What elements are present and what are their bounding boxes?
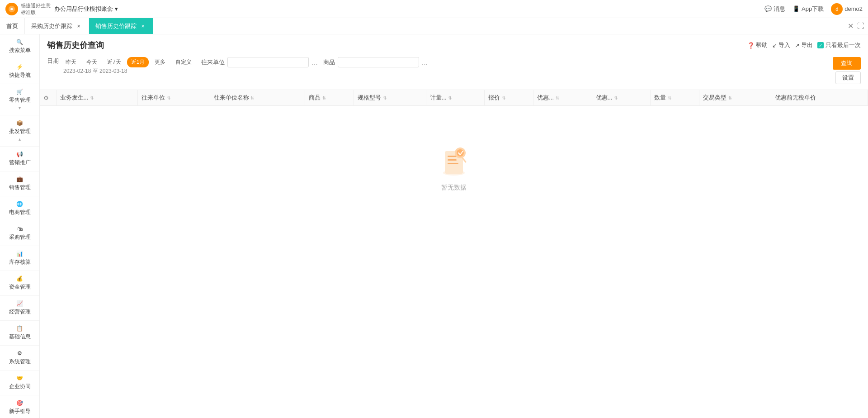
tab-sales-history[interactable]: 销售历史价跟踪 × [89, 18, 153, 34]
goods-input[interactable] [338, 57, 419, 67]
date-btn-today[interactable]: 今天 [82, 57, 101, 67]
date-btn-1month[interactable]: 近1月 [127, 57, 149, 67]
only-last-checkbox[interactable]: 只看最后一次 [817, 41, 861, 49]
sidebar-item-inventory[interactable]: 📊 库存核算 [0, 246, 39, 271]
sort-discount1-icon[interactable]: ⇅ [556, 95, 559, 100]
maximize-window-icon[interactable]: ⛶ [857, 22, 864, 30]
user-area[interactable]: d demo2 [831, 3, 863, 15]
date-btn-custom[interactable]: 自定义 [171, 57, 196, 67]
window-buttons: ✕ ⛶ [844, 18, 868, 34]
data-table-wrapper: ⚙ 业务发生... ⇅ 往来单位 ⇅ 往来单位名称 ⇅ [40, 90, 868, 418]
th-settings: ⚙ [40, 90, 56, 106]
sidebar-item-marketing[interactable]: 📢 营销推广 [0, 147, 39, 171]
sales-history-label: 销售历史价跟踪 [95, 22, 137, 30]
search-menu-icon: 🔍 [16, 39, 23, 45]
sidebar-item-basic-info[interactable]: 📋 基础信息 [0, 321, 39, 346]
marketing-icon: 📢 [16, 151, 23, 157]
sidebar-label-marketing: 营销推广 [9, 159, 31, 166]
app-selector[interactable]: 办公用品行业模拟账套 ▾ [54, 5, 118, 13]
sort-biz-date-icon[interactable]: ⇅ [90, 95, 94, 100]
date-btn-yesterday[interactable]: 昨天 [61, 57, 80, 67]
close-sales-tab-icon[interactable]: × [139, 23, 146, 30]
th-discount1: 优惠... ⇅ [533, 90, 592, 106]
svg-rect-5 [448, 163, 458, 164]
th-trade-type-label: 交易类型 [703, 94, 728, 101]
table-settings-gear-icon[interactable]: ⚙ [43, 95, 49, 101]
th-discount1-label: 优惠... [537, 94, 555, 101]
sort-trade-type-icon[interactable]: ⇅ [728, 95, 732, 100]
sidebar-item-finance-mgmt[interactable]: 💰 资金管理 [0, 271, 39, 296]
sidebar-item-ops-mgmt[interactable]: 📈 经营管理 [0, 296, 39, 321]
th-goods: 商品 ⇅ [305, 90, 354, 106]
retail-mgmt-icon: 🛒 [16, 89, 23, 95]
th-discount2: 优惠... ⇅ [592, 90, 650, 106]
header-actions: ❓ 帮助 ↙ 导入 ↗ 导出 只看最后一次 [747, 41, 861, 49]
quick-nav-icon: ⚡ [16, 64, 23, 70]
sidebar: 🔍 搜索菜单 ⚡ 快捷导航 🛒 零售管理 ▾ 📦 批发管理 ▴ 📢 营销推广 💼… [0, 34, 40, 418]
checkbox-checked-icon [817, 42, 824, 48]
sidebar-label-newcomer-guide: 新手引导 [9, 408, 31, 415]
filter-settings-button[interactable]: 设置 [835, 71, 861, 84]
sidebar-item-ecommerce-mgmt[interactable]: 🌐 电商管理 [0, 196, 39, 221]
sidebar-item-purchase-mgmt[interactable]: 🛍 采购管理 [0, 221, 39, 246]
partner-filter-label: 往来单位 [201, 58, 225, 66]
date-btn-more[interactable]: 更多 [151, 57, 170, 67]
sidebar-label-purchase-mgmt: 采购管理 [9, 233, 31, 241]
th-pretax-price-label: 优惠前无税单价 [775, 94, 816, 101]
partner-dots-btn[interactable]: ... [311, 58, 317, 66]
sort-partner-code-icon[interactable]: ⇅ [167, 95, 170, 100]
data-table: ⚙ 业务发生... ⇅ 往来单位 ⇅ 往来单位名称 ⇅ [40, 90, 868, 106]
ecommerce-mgmt-icon: 🌐 [16, 201, 23, 207]
import-btn[interactable]: ↙ 导入 [772, 41, 790, 49]
sort-goods-icon[interactable]: ⇅ [322, 95, 326, 100]
sidebar-label-sales-mgmt: 销售管理 [9, 184, 31, 191]
logo-icon [5, 3, 18, 15]
sort-partner-name-icon[interactable]: ⇅ [250, 95, 254, 100]
sort-qty-icon[interactable]: ⇅ [668, 95, 671, 100]
sidebar-label-search-menu: 搜索菜单 [9, 47, 31, 54]
home-tab-label: 首页 [6, 22, 18, 30]
help-btn[interactable]: ❓ 帮助 [747, 41, 768, 49]
sidebar-item-retail-mgmt[interactable]: 🛒 零售管理 ▾ [0, 84, 39, 115]
download-icon: 📱 [793, 5, 800, 12]
tab-purchase-history[interactable]: 采购历史价跟踪 × [25, 18, 89, 34]
sidebar-item-search-menu[interactable]: 🔍 搜索菜单 [0, 34, 39, 59]
tab-home[interactable]: 首页 [0, 18, 25, 34]
goods-dots-btn[interactable]: ... [422, 58, 428, 66]
newcomer-guide-icon: 🎯 [16, 400, 23, 406]
sort-discount2-icon[interactable]: ⇅ [614, 95, 618, 100]
filter-left: 日期 昨天 今天 近7天 近1月 更多 自定义 202 [47, 57, 824, 75]
export-icon: ↗ [795, 42, 800, 49]
sales-mgmt-icon: 💼 [16, 176, 23, 182]
sidebar-item-sales-mgmt[interactable]: 💼 销售管理 [0, 171, 39, 196]
main-layout: 🔍 搜索菜单 ⚡ 快捷导航 🛒 零售管理 ▾ 📦 批发管理 ▴ 📢 营销推广 💼… [0, 34, 868, 418]
sidebar-item-quick-nav[interactable]: ⚡ 快捷导航 [0, 59, 39, 84]
th-goods-label: 商品 [309, 94, 322, 101]
sidebar-item-sys-mgmt[interactable]: ⚙ 系统管理 [0, 346, 39, 370]
sidebar-label-ops-mgmt: 经营管理 [9, 308, 31, 316]
sort-quote-icon[interactable]: ⇅ [502, 95, 505, 100]
partner-input[interactable] [227, 57, 309, 67]
th-partner-code: 往来单位 ⇅ [138, 90, 210, 106]
sidebar-label-quick-nav: 快捷导航 [9, 71, 31, 79]
svg-point-7 [457, 149, 464, 157]
empty-state-text: 暂无数据 [441, 184, 467, 192]
avatar: d [831, 3, 843, 15]
export-btn[interactable]: ↗ 导出 [795, 41, 813, 49]
query-button[interactable]: 查询 [833, 57, 861, 70]
date-btn-7days[interactable]: 近7天 [103, 57, 125, 67]
app-download-btn[interactable]: 📱 App下载 [793, 5, 824, 13]
ops-mgmt-icon: 📈 [16, 300, 23, 307]
sort-spec-icon[interactable]: ⇅ [383, 95, 387, 100]
topbar-left: 畅捷通好生意 标准版 办公用品行业模拟账套 ▾ [5, 2, 118, 15]
sidebar-label-ecommerce-mgmt: 电商管理 [9, 209, 31, 216]
th-qty: 数量 ⇅ [651, 90, 699, 106]
sidebar-item-enterprise-collab[interactable]: 🤝 企业协同 [0, 370, 39, 395]
message-btn[interactable]: 💬 消息 [764, 5, 785, 13]
sort-unit-icon[interactable]: ⇅ [448, 95, 452, 100]
sidebar-item-wholesale-mgmt[interactable]: 📦 批发管理 ▴ [0, 115, 39, 147]
close-window-icon[interactable]: ✕ [848, 22, 854, 30]
sidebar-item-newcomer-guide[interactable]: 🎯 新手引导 [0, 395, 39, 418]
close-purchase-tab-icon[interactable]: × [75, 23, 82, 30]
sidebar-label-basic-info: 基础信息 [9, 333, 31, 341]
